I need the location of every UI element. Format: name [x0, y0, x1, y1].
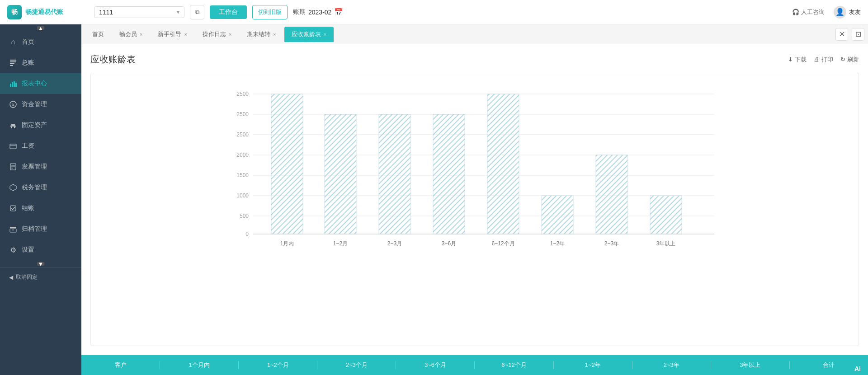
sidebar-item-home[interactable]: ⌂ 首页: [0, 32, 81, 52]
tab-membership-label: 畅会员: [119, 30, 137, 38]
sidebar-label-settings: 设置: [22, 246, 34, 254]
sidebar-item-salary[interactable]: 工资: [0, 136, 81, 156]
tab-oplog-close[interactable]: ×: [229, 32, 231, 37]
sidebar-label-ledger: 总账: [22, 59, 34, 67]
tab-home-label: 首页: [92, 30, 104, 38]
main-layout: ▲ ⌂ 首页 总账 报表中心 ¥ 资金管理 固: [0, 24, 868, 375]
svg-rect-4: [10, 84, 11, 87]
svg-text:3~6月: 3~6月: [442, 240, 456, 247]
svg-rect-10: [10, 126, 16, 127]
maximize-tab-button[interactable]: ⊡: [852, 28, 864, 41]
svg-text:500: 500: [240, 213, 249, 219]
bar-1: [271, 94, 303, 234]
salary-icon: [9, 142, 17, 150]
sidebar-label-tax: 税务管理: [22, 183, 47, 192]
period-value: 2023-02: [308, 9, 331, 16]
bar-7: [596, 155, 627, 234]
print-button[interactable]: 🖨 打印: [814, 56, 833, 64]
sidebar-item-invoice[interactable]: 发票管理: [0, 156, 81, 177]
print-icon: 🖨: [814, 56, 820, 63]
consult-label: 人工咨询: [801, 8, 825, 16]
svg-text:3年以上: 3年以上: [656, 240, 676, 247]
sidebar-item-settings[interactable]: ⚙ 设置: [0, 239, 81, 260]
tab-membership-close[interactable]: ×: [140, 32, 142, 37]
scroll-up-arrow[interactable]: ▲: [37, 26, 44, 30]
consult-button[interactable]: 🎧 人工咨询: [792, 8, 825, 16]
page-actions: ⬇ 下载 🖨 打印 ↻ 刷新: [788, 56, 859, 64]
sidebar-item-checkout[interactable]: 结账: [0, 198, 81, 219]
tabs-bar: 首页 畅会员 × 新手引导 × 操作日志 × 期末结转 × 应收账龄表 ×: [81, 24, 868, 44]
user-area[interactable]: 👤 友友: [834, 6, 861, 19]
sidebar-label-invoice: 发票管理: [22, 163, 47, 171]
cancel-pin-button[interactable]: ◀ 取消固定: [0, 267, 81, 286]
svg-rect-7: [15, 83, 17, 87]
calendar-icon[interactable]: 📅: [334, 8, 343, 16]
sidebar: ▲ ⌂ 首页 总账 报表中心 ¥ 资金管理 固: [0, 24, 81, 375]
bar-5: [487, 94, 519, 234]
tab-oplog-label: 操作日志: [203, 30, 226, 38]
user-avatar: 👤: [834, 6, 846, 19]
tab-oplog[interactable]: 操作日志 ×: [195, 27, 239, 42]
scroll-down-indicator[interactable]: ▼: [0, 260, 81, 267]
sidebar-item-assets[interactable]: 固定资产: [0, 115, 81, 136]
svg-rect-14: [10, 144, 16, 149]
sidebar-label-salary: 工资: [22, 142, 34, 150]
download-icon: ⬇: [788, 56, 793, 63]
refresh-button[interactable]: ↻ 刷新: [840, 56, 859, 64]
copy-button[interactable]: ⧉: [190, 5, 204, 19]
svg-text:2~3年: 2~3年: [604, 240, 619, 247]
bar-chart: 2500 2500 2500 2000 1500 1000 500 0: [98, 80, 851, 252]
svg-rect-11: [11, 124, 15, 126]
scroll-down-arrow[interactable]: ▼: [37, 262, 44, 266]
workbench-button[interactable]: 工作台: [210, 5, 247, 19]
bar-8: [650, 196, 682, 234]
sidebar-item-reports[interactable]: 报表中心: [0, 73, 81, 94]
bar-2: [325, 114, 356, 234]
sidebar-label-home: 首页: [22, 38, 34, 46]
period-area: 账期 2023-02 📅: [293, 8, 343, 16]
home-icon: ⌂: [9, 38, 17, 46]
reports-icon: [9, 80, 17, 88]
svg-rect-21: [10, 227, 16, 228]
download-button[interactable]: ⬇ 下载: [788, 56, 807, 64]
tab-ar-aging-label: 应收账龄表: [292, 30, 321, 38]
sidebar-item-funds[interactable]: ¥ 资金管理: [0, 94, 81, 115]
tab-period-label: 期末结转: [247, 30, 270, 38]
invoice-icon: [9, 163, 17, 171]
svg-text:¥: ¥: [11, 103, 14, 107]
scroll-up-indicator[interactable]: ▲: [0, 24, 81, 32]
logo-text: 畅捷通易代账: [25, 8, 63, 16]
tab-ar-aging[interactable]: 应收账龄表 ×: [284, 27, 334, 42]
page-header: 应收账龄表 ⬇ 下载 🖨 打印 ↻ 刷新: [90, 53, 859, 66]
tax-icon: [9, 183, 17, 192]
close-tab-button[interactable]: ✕: [835, 28, 848, 41]
svg-rect-1: [10, 61, 16, 62]
svg-rect-13: [14, 127, 15, 128]
th-1-2months: 1~2个月: [239, 361, 317, 369]
svg-rect-3: [10, 65, 13, 66]
company-selector[interactable]: 1111 ▾: [94, 6, 184, 18]
tab-period-close[interactable]: 期末结转 ×: [240, 27, 283, 42]
svg-rect-20: [10, 206, 16, 211]
switch-old-button[interactable]: 切到旧版: [252, 5, 288, 19]
tab-guide-label: 新手引导: [158, 30, 181, 38]
tab-guide[interactable]: 新手引导 ×: [151, 27, 194, 42]
sidebar-item-ledger[interactable]: 总账: [0, 52, 81, 73]
sidebar-label-checkout: 结账: [22, 204, 34, 212]
funds-icon: ¥: [9, 100, 17, 108]
sidebar-item-archive[interactable]: 归档管理: [0, 219, 81, 239]
sidebar-item-tax[interactable]: 税务管理: [0, 177, 81, 198]
page-content: 应收账龄表 ⬇ 下载 🖨 打印 ↻ 刷新: [81, 44, 868, 355]
tab-membership[interactable]: 畅会员 ×: [112, 27, 150, 42]
tab-home[interactable]: 首页: [85, 27, 111, 42]
ai-badge[interactable]: Ai: [847, 362, 868, 375]
th-6-12months: 6~12个月: [475, 361, 553, 369]
th-customer: 客户: [81, 361, 160, 369]
sidebar-label-reports: 报表中心: [22, 80, 47, 88]
svg-text:1000: 1000: [236, 192, 249, 199]
svg-text:2~3月: 2~3月: [387, 240, 402, 247]
tab-period-close-btn[interactable]: ×: [273, 32, 276, 37]
tab-guide-close[interactable]: ×: [184, 32, 187, 37]
tab-ar-aging-close[interactable]: ×: [324, 32, 326, 37]
svg-text:2500: 2500: [236, 131, 249, 138]
